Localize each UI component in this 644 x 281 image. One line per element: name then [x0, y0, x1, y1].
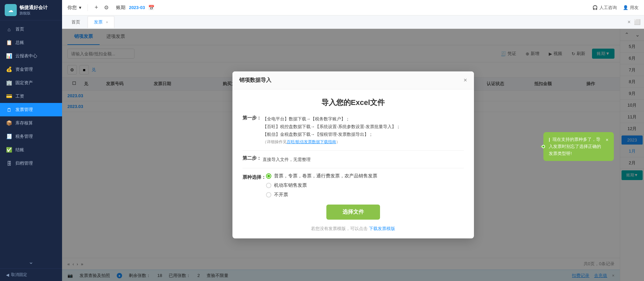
sidebar: ☁ 畅捷通好会计 旗舰版 ⌂ 首页 📋 总账 📊 云报表中心 💰 资金管理 — [0, 0, 62, 281]
sidebar-scroll-down[interactable]: ⌄ — [0, 256, 62, 268]
step1-label: 第一步： — [243, 115, 263, 121]
fixed-asset-icon: 🏢 — [6, 80, 12, 86]
calendar-icon[interactable]: 📅 — [148, 5, 155, 11]
tab-invoice-close[interactable]: × — [106, 20, 108, 24]
cancel-fixed-icon: ◀ — [6, 273, 9, 277]
radio-option-2[interactable]: 机动车销售发票 — [266, 182, 377, 188]
topbar-add-btn[interactable]: + — [93, 3, 100, 12]
tooltip-text: 现在支持的票种多了，导入发票时别忘了选择正确的发票类型呀! — [549, 137, 601, 156]
select-file-btn[interactable]: 选择文件 — [326, 205, 380, 220]
step1-row: 第一步： 【全电平台】数据下载→【税务数字账户】； 【百旺】税控盘数据下载→【系… — [243, 115, 464, 146]
download-template-link[interactable]: 下载发票模版 — [369, 226, 395, 231]
topbar-divider1 — [88, 4, 88, 11]
modal-main-title: 导入您的Excel文件 — [243, 98, 464, 108]
radio-circle-1 — [266, 173, 271, 179]
window-close-btn[interactable]: × — [628, 19, 631, 25]
step1-hint: （详细操作见百旺/航信发票数据下载指南） — [263, 138, 401, 146]
archive-icon: 🗄 — [6, 161, 12, 166]
step1-line1: 【全电平台】数据下载→【税务数字账户】； — [263, 115, 401, 123]
logo-icon: ☁ — [5, 4, 17, 16]
topbar: 你您 ▼ + ⚙ 账期 2023-03 📅 🎧 人工咨询 👤 用友 — [62, 0, 644, 15]
invoice-icon: 🗒 — [6, 107, 12, 113]
sidebar-logo: ☁ 畅捷通好会计 旗舰版 — [0, 0, 62, 20]
sidebar-item-invoice[interactable]: 🗒 发票管理 — [0, 103, 62, 116]
radio-circle-3 — [266, 192, 271, 198]
sidebar-item-settle[interactable]: ✅ 结账 — [0, 143, 62, 157]
modal-close-btn[interactable]: × — [464, 77, 467, 84]
sidebar-item-cloud-report[interactable]: 📊 云报表中心 — [0, 49, 62, 63]
tax-icon: 🧾 — [6, 133, 12, 139]
topbar-period-value: 2023-03 — [129, 5, 145, 10]
radio-option-1[interactable]: 普票，专票，卷票，通行费发票，农产品销售发票 — [266, 173, 377, 179]
company-name: 你您 — [67, 5, 77, 11]
inventory-icon: 📦 — [6, 120, 12, 126]
step2-label: 第二步： — [243, 155, 263, 161]
ledger-icon: 📋 — [6, 40, 12, 46]
ticket-select-label: 票种选择： — [243, 174, 266, 180]
tooltip-close-btn[interactable]: × — [606, 136, 608, 144]
modal-header: 销项数据导入 × — [232, 71, 474, 90]
sidebar-cancel-fixed-btn[interactable]: ◀ 取消固定 — [0, 268, 62, 281]
radio-circle-2 — [266, 183, 271, 188]
tooltip-bubble: × | 现在支持的票种多了，导入发票时别忘了选择正确的发票类型呀! — [543, 132, 614, 161]
window-maximize-btn[interactable]: ⬜ — [634, 19, 641, 25]
step1-line3: 【航信】金税盘数据下载→【报税管理-发票数据导出】； — [263, 130, 401, 138]
step2-content: 直接导入文件，无需整理 — [263, 156, 311, 163]
sidebar-item-fund[interactable]: 💰 资金管理 — [0, 63, 62, 76]
topbar-consult-btn[interactable]: 🎧 人工咨询 — [592, 5, 617, 11]
sidebar-item-fixed-asset[interactable]: 🏢 固定资产 — [0, 76, 62, 90]
topbar-user-menu[interactable]: 👤 用友 — [623, 5, 639, 11]
modal-title: 销项数据导入 — [239, 77, 271, 84]
divider2 — [243, 168, 464, 168]
app-version: 旗舰版 — [19, 11, 48, 16]
radio-option-3[interactable]: 不开票 — [266, 192, 377, 198]
fund-icon: 💰 — [6, 66, 12, 72]
topbar-period-label: 账期 — [116, 5, 125, 11]
tab-home[interactable]: 首页 — [65, 16, 86, 28]
tab-invoice[interactable]: 发票 × — [88, 16, 114, 28]
step1-line2: 【百旺】税控盘数据下载→【系统设置-系统参数设置-发票批量导入】； — [263, 123, 401, 130]
sidebar-item-archive[interactable]: 🗄 归档管理 — [0, 157, 62, 170]
company-selector[interactable]: 你您 ▼ — [67, 5, 82, 11]
home-icon: ⌂ — [6, 26, 12, 32]
salary-icon: 💳 — [6, 93, 12, 99]
app-name: 畅捷通好会计 — [19, 4, 48, 10]
import-modal: 销项数据导入 × 导入您的Excel文件 第一步： 【全电平台】数据下载→【税务… — [232, 71, 474, 239]
tooltip-dot — [542, 145, 545, 148]
sidebar-item-inventory[interactable]: 📦 库存核算 — [0, 116, 62, 130]
sidebar-item-home[interactable]: ⌂ 首页 — [0, 22, 62, 36]
modal-overlay: 销项数据导入 × 导入您的Excel文件 第一步： 【全电平台】数据下载→【税务… — [62, 29, 644, 281]
sidebar-nav: ⌂ 首页 📋 总账 📊 云报表中心 💰 资金管理 🏢 固定资产 💳 工资 — [0, 20, 62, 256]
tab-bar: 首页 发票 × × ⬜ — [62, 15, 644, 29]
sidebar-item-ledger[interactable]: 📋 总账 — [0, 36, 62, 49]
step1-hint-link[interactable]: 百旺/航信发票数据下载指南 — [287, 139, 336, 144]
cloud-report-icon: 📊 — [6, 53, 12, 59]
user-icon: 👤 — [623, 5, 628, 10]
settle-icon: ✅ — [6, 147, 12, 153]
sidebar-item-salary[interactable]: 💳 工资 — [0, 90, 62, 103]
ticket-select: 票种选择： 普票，专票，卷票，通行费发票，农产品销售发票 机动车销售发票 — [243, 173, 464, 198]
modal-footer-text: 若您没有发票模版，可以点击 下载发票模版 — [243, 226, 464, 232]
topbar-settings-btn[interactable]: ⚙ — [103, 3, 110, 12]
modal-body: 导入您的Excel文件 第一步： 【全电平台】数据下载→【税务数字账户】； 【百… — [232, 90, 474, 239]
sidebar-item-tax[interactable]: 🧾 税务管理 — [0, 130, 62, 143]
divider1 — [243, 150, 464, 151]
step2-row: 第二步： 直接导入文件，无需整理 — [243, 155, 464, 163]
company-dropdown-icon: ▼ — [78, 5, 82, 10]
headset-icon: 🎧 — [592, 5, 598, 10]
